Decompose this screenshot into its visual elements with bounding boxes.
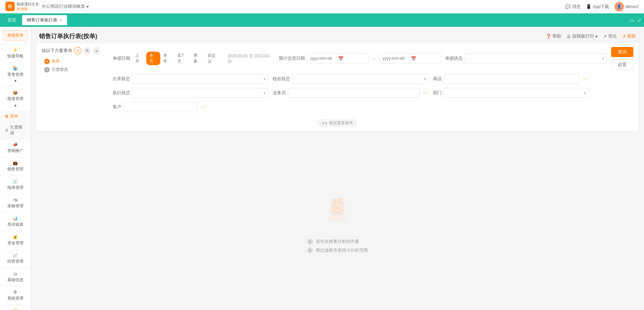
industry-selector[interactable]: 办公用品行业模拟账套 ▾: [42, 3, 89, 9]
tip-num-1: 1: [307, 239, 313, 245]
date-label: 单据日期: [113, 55, 130, 61]
salesman-input[interactable]: [288, 88, 420, 98]
expected-date-end[interactable]: 📅: [380, 53, 441, 63]
date-btn-this-month[interactable]: 本月: [146, 52, 160, 65]
collapse-label: 收起更多条件: [329, 120, 353, 126]
msg-icon: 💬: [565, 4, 571, 9]
sidebar-item-marketing[interactable]: 📣 营销推广: [0, 139, 31, 157]
dept-select[interactable]: ▾: [444, 88, 589, 98]
empty-tip-2: 2 用过滤条件来缩小分析范围: [307, 247, 368, 253]
sidebar-item-inventory[interactable]: 📊 库存核算: [0, 213, 31, 231]
purchase-label: 采购管理: [7, 203, 23, 209]
collapse-scheme-btn[interactable]: «: [93, 47, 100, 54]
user-area[interactable]: 👤 demo2: [614, 2, 639, 11]
exec-label: 执行状态: [113, 90, 130, 96]
sidebar-item-finance[interactable]: 💰 资金管理: [0, 231, 31, 249]
date-btn-last7[interactable]: 近7天: [174, 51, 191, 66]
app-btn[interactable]: 📱 App下载: [586, 4, 609, 10]
tab-home[interactable]: 首页: [3, 15, 21, 25]
expected-date-start[interactable]: 📅: [307, 53, 368, 63]
customer-dots-icon[interactable]: ···: [200, 104, 207, 110]
delivery-select[interactable]: ▾: [132, 74, 269, 84]
marketing-label: 营销推广: [7, 148, 23, 154]
sidebar-item-basics[interactable]: 🗂 基础信息: [0, 268, 31, 286]
date-btn-more[interactable]: 更多: [191, 51, 205, 66]
tab-expand-icon[interactable]: ⤢: [637, 17, 641, 23]
tab-sales-order[interactable]: 销售订单执行表 ✕: [22, 15, 67, 25]
setting-button[interactable]: 设置: [611, 60, 633, 70]
payment-chevron-icon: ▾: [424, 77, 426, 81]
sidebar-sub-debt[interactable]: 欠货情况: [0, 122, 31, 139]
sidebar-item-sales-mgmt[interactable]: 💼 销售管理: [0, 157, 31, 175]
exec-select[interactable]: ▾: [132, 88, 269, 98]
goods-group: 商品 ···: [433, 74, 589, 84]
goods-label: 商品: [433, 76, 442, 82]
help-icon: ❓: [546, 34, 551, 39]
scheme-item-order[interactable]: ● 按单: [42, 57, 109, 65]
logo-texts: 畅捷通好生意 标准版: [17, 2, 39, 11]
help-btn[interactable]: ❓ 帮助: [546, 33, 561, 39]
date-btn-last-month[interactable]: 上月: [132, 51, 146, 66]
filter-row-4: 客户 ···: [113, 102, 633, 112]
refresh-btn[interactable]: ↺ 刷新: [622, 33, 636, 39]
logo-text: 畅捷通好生意: [17, 2, 39, 6]
print-btn[interactable]: 🖨 按模板打印 ▾: [567, 33, 598, 39]
filter-row-1: 单据日期 上月 本月 本年 近7天 更多 自定义 2023-03-01 至 20…: [113, 47, 633, 70]
sidebar-search-btn[interactable]: 搜索菜单: [3, 30, 28, 41]
app-label: App下载: [593, 4, 609, 10]
sidebar-system-section: ⚙ 系统管理: [0, 287, 31, 305]
app-icon: 📱: [586, 4, 591, 9]
goods-input[interactable]: [444, 74, 580, 84]
tab-minimize-icon[interactable]: ▭: [629, 17, 634, 23]
edit-scheme-btn[interactable]: ✎: [84, 47, 91, 54]
sidebar-item-quick-nav[interactable]: ⚡ 快捷导航: [0, 44, 31, 62]
add-scheme-btn[interactable]: +: [74, 47, 82, 54]
expected-date-end-input[interactable]: [383, 56, 410, 61]
top-bar: 好 畅捷通好生意 标准版 办公用品行业模拟账套 ▾ 💬 消息 📱 App下载 👤…: [0, 0, 644, 13]
sales-order-tab-label: 销售订单执行表: [27, 17, 57, 23]
sidebar-item-operations[interactable]: 📈 经营管理: [0, 250, 31, 268]
sub-order-label: 按单: [10, 113, 18, 119]
empty-tip-1: 1 请先选择要分析的方案: [307, 239, 368, 245]
salesman-group: 业务员 ···: [273, 88, 429, 98]
status-select[interactable]: ▾: [465, 53, 607, 63]
wholesale-arrow: ▴: [14, 103, 16, 107]
inventory-icon: 📊: [13, 216, 18, 221]
scheme-item-debt[interactable]: ● 欠货情况: [42, 65, 109, 74]
print-arrow: ▾: [595, 34, 598, 39]
goods-dots-icon[interactable]: ···: [582, 76, 589, 82]
delivery-label: 出库状态: [113, 76, 130, 82]
sidebar-item-purchase[interactable]: 🛍 采购管理: [0, 194, 31, 212]
wholesale-icon: 📦: [13, 90, 18, 95]
payment-select[interactable]: ▾: [292, 74, 429, 84]
expected-date-start-input[interactable]: [310, 56, 337, 61]
user-avatar: 👤: [614, 2, 624, 11]
help-label: 帮助: [552, 33, 561, 39]
export-btn[interactable]: ↗ 导出: [603, 33, 617, 39]
sidebar: 搜索菜单 ⚡ 快捷导航 🏪 零售管理 ▾ 📦 批发管理 ▴: [0, 27, 31, 310]
sidebar-item-wholesale[interactable]: 📦 批发管理 ▴: [0, 87, 31, 111]
query-button[interactable]: 查询: [611, 47, 633, 57]
date-btn-custom[interactable]: 自定义: [205, 51, 223, 66]
tab-close-icon[interactable]: ✕: [59, 18, 62, 22]
content-area: 销售订单执行表(按单) ❓ 帮助 🖨 按模板打印 ▾ ↗ 导出 ↺ 刷新: [31, 27, 644, 310]
retail-icon: 🏪: [13, 66, 18, 71]
sidebar-item-retail[interactable]: 🏪 零售管理 ▾: [0, 63, 31, 87]
sidebar-item-cooperation[interactable]: 🤝 企业协同: [0, 305, 31, 310]
payment-group: 收款状态 ▾: [273, 74, 429, 84]
sidebar-sales-mgmt-section: 💼 销售管理: [0, 157, 31, 176]
date-btn-this-year[interactable]: 本年: [160, 51, 174, 66]
collapse-btn[interactable]: ∧∧ 收起更多条件: [318, 119, 357, 127]
sidebar-operations-section: 📈 经营管理: [0, 250, 31, 268]
basics-icon: 🗂: [13, 271, 17, 276]
salesman-dots-icon[interactable]: ···: [422, 90, 429, 96]
main-layout: 搜索菜单 ⚡ 快捷导航 🏪 零售管理 ▾ 📦 批发管理 ▴: [0, 27, 644, 310]
customer-input[interactable]: [123, 102, 198, 112]
sidebar-item-system[interactable]: ⚙ 系统管理: [0, 287, 31, 305]
sidebar-item-ecommerce[interactable]: 🛒 电商管理: [0, 176, 31, 194]
retail-label: 零售管理: [7, 72, 23, 78]
sidebar-sub-order[interactable]: 按单: [0, 111, 31, 122]
date-group: 单据日期 上月 本月 本年 近7天 更多 自定义 2023-03-01 至 20…: [113, 51, 275, 66]
customer-group: 客户 ···: [113, 102, 207, 112]
msg-btn[interactable]: 💬 消息: [565, 4, 581, 10]
